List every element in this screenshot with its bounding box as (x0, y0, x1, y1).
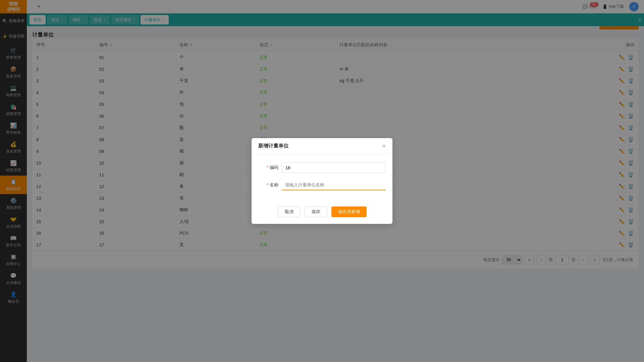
modal-title: 新增计量单位 (258, 143, 288, 149)
modal-overlay: 新增计量单位 × * 编码 * 名称 取消 保存 保存并新增 (0, 0, 644, 362)
modal-body: * 编码 * 名称 (252, 154, 392, 202)
modal-close-btn[interactable]: × (382, 143, 386, 149)
save-button[interactable]: 保存 (305, 206, 327, 217)
code-input[interactable] (282, 162, 386, 173)
cancel-button[interactable]: 取消 (278, 206, 301, 217)
name-label: * 名称 (258, 182, 278, 188)
modal-footer: 取消 保存 保存并新增 (252, 202, 392, 224)
save-and-new-button[interactable]: 保存并新增 (331, 206, 367, 217)
code-required-mark: * (267, 165, 268, 170)
name-required-mark: * (267, 182, 268, 187)
add-unit-modal: 新增计量单位 × * 编码 * 名称 取消 保存 保存并新增 (252, 138, 392, 224)
name-input[interactable] (282, 180, 386, 190)
form-name-row: * 名称 (258, 180, 386, 190)
form-code-row: * 编码 (258, 162, 386, 173)
code-label: * 编码 (258, 165, 278, 171)
modal-header: 新增计量单位 × (252, 138, 392, 154)
